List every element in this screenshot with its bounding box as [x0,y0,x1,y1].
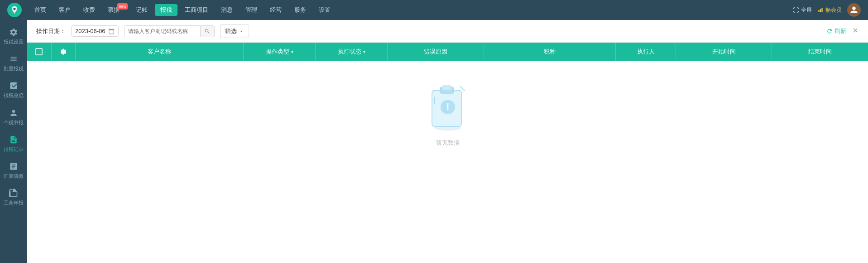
nav-item-home[interactable]: 首页 [29,4,52,16]
search-box [124,25,215,37]
chevron-down-icon [239,29,244,34]
sort-status-icon: ▾ [363,49,365,54]
member-button[interactable]: 畅会员 [817,6,842,14]
nav-item-finance[interactable]: 经营 [264,4,287,16]
svg-point-0 [14,8,16,10]
fullscreen-button[interactable]: 全屏 [793,6,812,14]
search-icon [204,28,211,34]
batch-tax-label: 批量报税 [4,66,24,72]
sidebar-item-tax-settings[interactable]: 报税设置 [1,24,26,49]
nav-item-tax[interactable]: 报税 [155,4,177,16]
svg-line-8 [460,86,465,91]
tax-record-icon [9,135,19,145]
nav-items: 首页 客户 收费 票据 new 记账 报税 工商项目 消息 管理 经营 服务 设… [29,4,793,16]
tax-overview-label: 报税总览 [4,93,24,98]
th-executor-label: 执行人 [637,48,655,56]
nav-item-invoice[interactable]: 票据 new [102,4,129,16]
empty-text: 暂无数据 [436,139,460,147]
tax-settings-label: 报税设置 [4,39,24,45]
filter-button[interactable]: 筛选 [220,24,249,38]
th-start-time-label: 开始时间 [712,48,736,56]
member-label: 畅会员 [825,6,842,14]
table-wrapper: 客户名称 操作类型 ▾ 执行状态 ▾ [27,43,868,263]
svg-rect-4 [442,85,451,90]
empty-state-row: ! 暂无数据 [27,61,868,165]
date-label: 操作日期： [36,27,66,35]
th-tax-type: 税种 [484,43,616,61]
tax-overview-icon [9,81,19,91]
app-logo[interactable] [7,3,22,17]
nav-item-business[interactable]: 工商项目 [179,4,214,16]
th-gear[interactable] [51,43,75,61]
nav-item-message[interactable]: 消息 [216,4,238,16]
th-end-time: 结束时间 [772,43,868,61]
personal-tax-label: 个税申报 [4,120,24,126]
refresh-button[interactable]: 刷新 [826,27,846,35]
main-layout: 报税设置 批量报税 报税总览 个税申报 [0,20,868,263]
th-status-label: 执行状态 [338,48,361,56]
top-navigation: 首页 客户 收费 票据 new 记账 报税 工商项目 消息 管理 经营 服务 设… [0,0,868,20]
content-area: 操作日期： 2023-06-06 筛选 [27,20,868,263]
th-error: 错误原因 [388,43,484,61]
settlement-icon [9,161,19,171]
th-name: 客户名称 [75,43,243,61]
search-button[interactable] [200,26,214,37]
calendar-icon [108,28,115,34]
nav-item-manage[interactable]: 管理 [240,4,263,16]
sidebar: 报税设置 批量报税 报税总览 个税申报 [0,20,27,263]
table-body: ! 暂无数据 [27,61,868,165]
table-header-row: 客户名称 操作类型 ▾ 执行状态 ▾ [27,43,868,61]
top-nav-right: 全屏 畅会员 [793,3,861,17]
sidebar-item-tax-overview[interactable]: 报税总览 [1,77,26,102]
close-icon [852,27,859,34]
tax-settings-icon [9,27,19,37]
personal-tax-icon [9,108,19,118]
gear-icon [60,48,67,55]
date-picker[interactable]: 2023-06-06 [71,25,119,37]
tax-record-label: 报税记录 [4,146,24,152]
th-name-label: 客户名称 [148,48,171,56]
nav-item-service[interactable]: 服务 [289,4,312,16]
close-button[interactable] [852,27,859,35]
th-type[interactable]: 操作类型 ▾ [243,43,315,61]
filter-label: 筛选 [225,27,237,35]
annual-report-label: 工商年报 [4,200,24,206]
nav-item-accounts[interactable]: 记账 [130,4,153,16]
avatar[interactable] [847,3,861,17]
sidebar-item-batch-tax[interactable]: 批量报税 [1,50,26,75]
nav-item-customer[interactable]: 客户 [53,4,76,16]
sidebar-item-annual-report[interactable]: 工商年报 [1,185,26,209]
sidebar-item-settlement[interactable]: 汇算清缴 [1,158,26,183]
th-error-label: 错误原因 [424,48,447,56]
th-executor: 执行人 [616,43,676,61]
annual-report-icon [9,188,19,198]
sort-type-icon: ▾ [291,49,293,54]
th-checkbox[interactable] [27,43,51,61]
svg-text:!: ! [446,102,449,112]
batch-tax-icon [9,54,19,64]
toolbar-right: 刷新 [826,27,859,35]
sidebar-item-personal-tax[interactable]: 个税申报 [1,104,26,129]
empty-illustration: ! [423,79,473,133]
date-value: 2023-06-06 [75,28,106,34]
new-badge: new [117,3,128,10]
data-table: 客户名称 操作类型 ▾ 执行状态 ▾ [27,43,868,165]
search-input[interactable] [125,26,200,37]
nav-item-settings[interactable]: 设置 [313,4,336,16]
refresh-label: 刷新 [834,27,846,35]
refresh-icon [826,28,833,34]
header-checkbox[interactable] [35,48,43,55]
th-start-time: 开始时间 [676,43,772,61]
sidebar-item-tax-record[interactable]: 报税记录 [1,131,26,156]
th-status[interactable]: 执行状态 ▾ [316,43,388,61]
th-end-time-label: 结束时间 [808,48,832,56]
nav-item-billing[interactable]: 收费 [78,4,101,16]
settlement-label: 汇算清缴 [4,173,24,179]
fullscreen-label: 全屏 [801,6,812,14]
th-tax-type-label: 税种 [544,48,556,56]
empty-state: ! 暂无数据 [27,61,868,165]
toolbar: 操作日期： 2023-06-06 筛选 [27,20,868,43]
th-type-label: 操作类型 [266,48,289,56]
